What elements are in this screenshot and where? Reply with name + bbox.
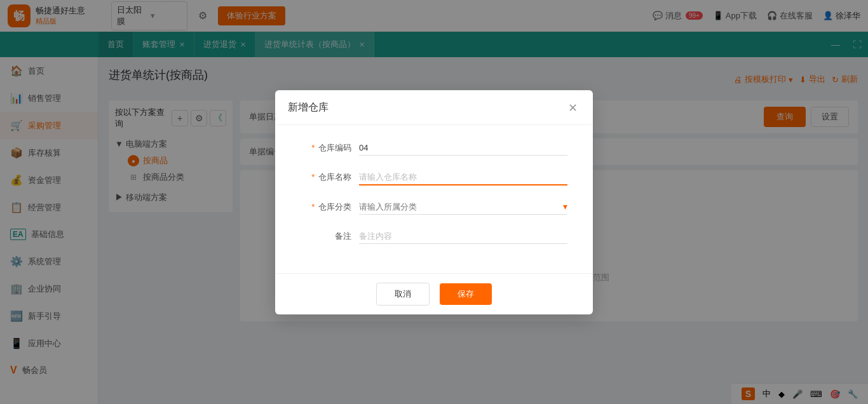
save-button[interactable]: 保存 [440, 283, 492, 305]
dialog-title: 新增仓库 [288, 101, 329, 114]
category-label: * 仓库分类 [301, 201, 351, 213]
name-input[interactable] [359, 170, 567, 185]
name-field-row: * 仓库名称 [301, 170, 567, 185]
dialog-close-button[interactable]: ✕ [565, 100, 580, 116]
note-field-row: 备注 [301, 229, 567, 244]
code-label: * 仓库编码 [301, 142, 351, 154]
new-warehouse-dialog: 新增仓库 ✕ * 仓库编码 * 仓库名称 [275, 90, 593, 314]
category-select-wrap: ▾ [359, 199, 567, 215]
dialog-body: * 仓库编码 * 仓库名称 * 仓库分类 [275, 125, 593, 273]
dialog-header: 新增仓库 ✕ [275, 90, 593, 125]
code-field-row: * 仓库编码 [301, 140, 567, 156]
note-label: 备注 [301, 231, 351, 242]
dialog-footer: 取消 保存 [275, 273, 593, 314]
chevron-down-icon: ▾ [563, 201, 567, 212]
name-label: * 仓库名称 [301, 172, 351, 183]
category-field-row: * 仓库分类 ▾ [301, 199, 567, 215]
code-input[interactable] [359, 140, 567, 156]
note-input[interactable] [359, 229, 567, 244]
category-input[interactable] [359, 199, 563, 214]
modal-overlay: 新增仓库 ✕ * 仓库编码 * 仓库名称 [0, 0, 868, 404]
cancel-button[interactable]: 取消 [376, 283, 430, 306]
